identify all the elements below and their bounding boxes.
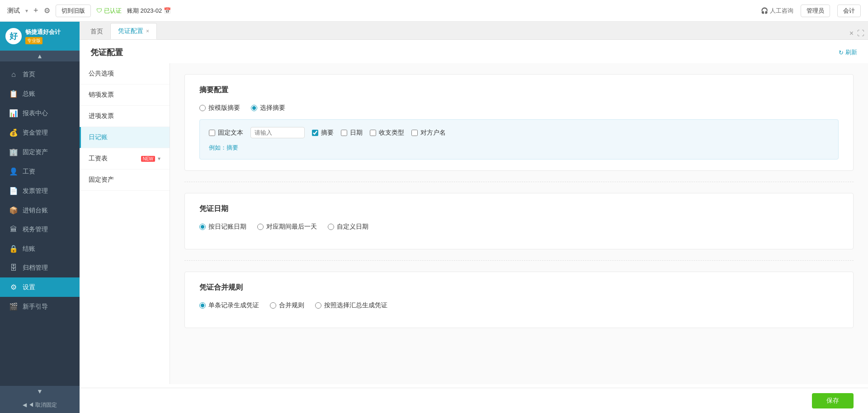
radio-select-summary[interactable]: 选择摘要 (251, 104, 285, 112)
radio-by-selection-input[interactable] (315, 302, 321, 309)
section-divider-2 (184, 260, 854, 261)
sidebar-scroll-up[interactable]: ▲ (0, 51, 80, 61)
cancel-fixed-icon: ◀ (23, 402, 27, 408)
checkbox-income-type[interactable]: 收支类型 (370, 129, 404, 137)
radio-merge-input[interactable] (270, 302, 276, 309)
radio-merge-rule[interactable]: 合并规则 (270, 301, 304, 310)
sidebar-item-ledger[interactable]: 📋 总账 (0, 84, 80, 103)
gear-icon[interactable]: ⚙ (44, 6, 50, 15)
radio-custom-date[interactable]: 自定义日期 (328, 223, 368, 231)
summary-config-box: 固定文本 摘要 日期 (199, 119, 839, 160)
sidebar-item-tax[interactable]: 🏛 税务管理 (0, 220, 80, 239)
sidebar-item-guide[interactable]: 🎬 新手引导 (0, 297, 80, 316)
sidebar-item-label: 资金管理 (23, 129, 48, 137)
sidebar-item-label: 报表中心 (23, 109, 48, 117)
config-nav-fixed-assets[interactable]: 固定资产 (80, 169, 170, 191)
consult-button[interactable]: 🎧 人工咨询 (761, 7, 793, 15)
date-radio-group: 按日记账日期 对应期间最后一天 自定义日期 (199, 223, 839, 231)
radio-journal-date-input[interactable] (199, 224, 206, 230)
config-nav-sales-invoice[interactable]: 销项发票 (80, 84, 170, 106)
tab-expand-button[interactable]: ⛶ (857, 29, 864, 38)
sidebar-item-close[interactable]: 🔒 结账 (0, 239, 80, 258)
tab-close-button[interactable]: × (849, 29, 854, 38)
sidebar-item-label: 总账 (23, 90, 35, 98)
config-nav-payroll[interactable]: 工资表 NEW ▾ (80, 148, 170, 169)
config-nav-journal[interactable]: 日记账 (80, 127, 170, 148)
checkbox-opposite[interactable]: 对方户名 (411, 129, 446, 137)
save-button[interactable]: 保存 (812, 393, 854, 408)
radio-template-input[interactable] (199, 105, 206, 111)
income-type-checkbox-input[interactable] (370, 130, 376, 136)
tab-voucher-config[interactable]: 凭证配置 × (110, 23, 157, 39)
radio-journal-date[interactable]: 按日记账日期 (199, 223, 246, 231)
radio-single-input[interactable] (199, 302, 206, 309)
sidebar-item-home[interactable]: ⌂ 首页 (0, 65, 80, 84)
radio-custom-date-input[interactable] (328, 224, 334, 230)
sidebar-item-label: 结账 (23, 245, 35, 253)
purchase-sale-icon: 📦 (9, 206, 18, 215)
sidebar-logo: 好 畅捷通好会计 专业版 (0, 22, 80, 51)
radio-select-input[interactable] (251, 105, 257, 111)
company-chevron-icon[interactable]: ▾ (25, 8, 28, 14)
salary-icon: 👤 (9, 167, 18, 176)
sidebar-item-invoice[interactable]: 📄 发票管理 (0, 181, 80, 201)
opposite-checkbox-input[interactable] (411, 130, 418, 136)
date-checkbox-input[interactable] (341, 130, 347, 136)
radio-by-selection[interactable]: 按照选择汇总生成凭证 (315, 301, 387, 310)
headset-icon: 🎧 (761, 7, 768, 14)
sidebar-item-fixed[interactable]: 🏢 固定资产 (0, 142, 80, 162)
radio-template-summary[interactable]: 按模版摘要 (199, 104, 240, 112)
new-badge: NEW (141, 156, 155, 162)
sidebar-item-label: 设置 (23, 283, 35, 291)
switch-old-version-button[interactable]: 切到旧版 (56, 5, 91, 17)
sidebar-item-settings[interactable]: ⚙ 设置 (0, 277, 80, 297)
checkbox-summary[interactable]: 摘要 (312, 129, 334, 137)
accountant-button[interactable]: 会计 (837, 5, 861, 17)
tab-bar: 首页 凭证配置 × × ⛶ (80, 22, 868, 40)
fixed-text-checkbox-input[interactable] (209, 130, 215, 136)
sidebar-item-salary[interactable]: 👤 工资 (0, 162, 80, 181)
radio-period-last-input[interactable] (257, 224, 264, 230)
config-nav-public[interactable]: 公共选项 (80, 63, 170, 84)
add-icon[interactable]: + (33, 6, 38, 15)
page-header: 凭证配置 ↻ 刷新 (80, 40, 868, 63)
cancel-fixed-button[interactable]: ◀ ◀ 取消固定 (0, 397, 80, 413)
checkbox-date[interactable]: 日期 (341, 129, 363, 137)
page-content: 凭证配置 ↻ 刷新 公共选项 销项发票 进项发票 (80, 40, 868, 388)
tab-home[interactable]: 首页 (83, 24, 110, 39)
sidebar-item-archive[interactable]: 🗄 归档管理 (0, 258, 80, 277)
sidebar-item-label: 首页 (23, 70, 35, 79)
sidebar-item-label: 发票管理 (23, 187, 48, 195)
tax-icon: 🏛 (9, 225, 18, 234)
admin-button[interactable]: 管理员 (801, 5, 830, 17)
section-divider-1 (184, 182, 854, 182)
sidebar-item-purchase-sale[interactable]: 📦 进销台账 (0, 201, 80, 220)
sidebar: 好 畅捷通好会计 专业版 ▲ ⌂ 首页 📋 总账 📊 报表中心 (0, 22, 80, 413)
summary-section-title: 摘要配置 (199, 85, 839, 95)
summary-checkbox-input[interactable] (312, 130, 318, 136)
content-area: 首页 凭证配置 × × ⛶ 凭证配置 ↻ 刷新 (80, 22, 868, 413)
sidebar-item-reports[interactable]: 📊 报表中心 (0, 103, 80, 123)
radio-single-record[interactable]: 单条记录生成凭证 (199, 301, 259, 310)
config-nav-purchase-invoice[interactable]: 进项发票 (80, 106, 170, 127)
settings-icon: ⚙ (9, 283, 18, 291)
sidebar-scroll-down[interactable]: ▼ (0, 386, 80, 397)
calendar-icon[interactable]: 📅 (164, 7, 171, 14)
config-main: 摘要配置 按模版摘要 选择摘要 (170, 63, 868, 384)
ledger-icon: 📋 (9, 89, 18, 98)
summary-radio-group: 按模版摘要 选择摘要 (199, 104, 839, 112)
home-icon: ⌂ (9, 70, 18, 79)
close-accounts-icon: 🔒 (9, 244, 18, 253)
tab-close-icon[interactable]: × (146, 28, 149, 34)
example-text: 例如：摘要 (209, 144, 829, 152)
fixed-text-input[interactable] (250, 127, 305, 138)
radio-period-last[interactable]: 对应期间最后一天 (257, 223, 317, 231)
merge-section-title: 凭证合并规则 (199, 283, 839, 292)
sidebar-item-label: 工资 (23, 168, 35, 176)
refresh-button[interactable]: ↻ 刷新 (839, 48, 857, 56)
sidebar-item-label: 新手引导 (23, 303, 48, 311)
checkbox-fixed-text[interactable]: 固定文本 (209, 129, 243, 137)
sidebar-item-funds[interactable]: 💰 资金管理 (0, 123, 80, 142)
date-section: 凭证日期 按日记账日期 对应期间最后一天 (184, 193, 854, 249)
company-name: 测试 (7, 7, 20, 15)
